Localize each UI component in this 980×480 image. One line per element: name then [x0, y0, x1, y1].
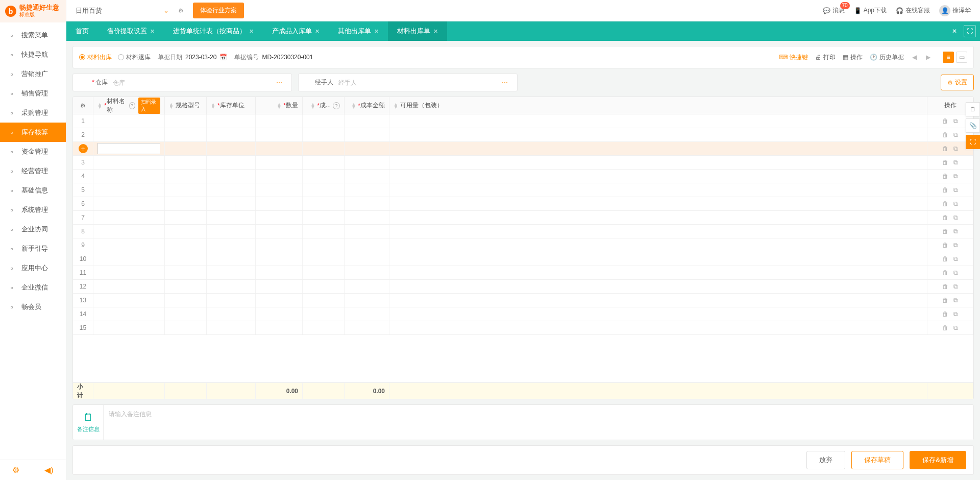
handler-input[interactable]: [338, 79, 500, 86]
warehouse-input[interactable]: [113, 79, 274, 86]
table-row[interactable]: 7🗑⧉: [73, 211, 973, 225]
table-row[interactable]: 14🗑⧉: [73, 307, 973, 321]
tab-5[interactable]: 材料出库单✕: [388, 21, 447, 41]
user-menu[interactable]: 👤 徐泽华: [939, 5, 971, 16]
operate-button[interactable]: ▦ 操作: [843, 53, 863, 62]
table-row[interactable]: 9🗑⧉: [73, 238, 973, 252]
tab-close-button[interactable]: ✕: [948, 25, 961, 37]
sidebar-item-14[interactable]: ▫畅会员: [0, 297, 66, 317]
sidebar-item-12[interactable]: ▫应用中心: [0, 258, 66, 278]
table-row[interactable]: 1🗑⧉: [73, 114, 973, 128]
delete-icon[interactable]: 🗑: [942, 173, 948, 180]
tab-2[interactable]: 进货单统计表（按商品）✕: [164, 21, 263, 41]
table-row[interactable]: 2🗑⧉: [73, 128, 973, 142]
copy-icon[interactable]: ⧉: [953, 228, 958, 235]
tab-4[interactable]: 其他出库单✕: [329, 21, 388, 41]
col-spec[interactable]: ▲▼规格型号: [165, 97, 207, 114]
help-icon[interactable]: ?: [333, 102, 340, 109]
col-available[interactable]: ▲▼可用量（包装）: [389, 97, 927, 114]
copy-icon[interactable]: ⧉: [953, 173, 958, 180]
category-dropdown[interactable]: 日用百货 ⌄: [76, 6, 169, 15]
table-row[interactable]: 8🗑⧉: [73, 225, 973, 238]
table-row[interactable]: 5🗑⧉: [73, 183, 973, 197]
sidebar-item-10[interactable]: ▫企业协同: [0, 220, 66, 239]
sidebar-item-4[interactable]: ▫采购管理: [0, 103, 66, 123]
prev-doc-button[interactable]: ◀: [911, 54, 918, 61]
close-icon[interactable]: ✕: [433, 28, 438, 35]
copy-icon[interactable]: ⧉: [953, 200, 958, 207]
tab-expand-button[interactable]: ⛶: [964, 25, 976, 37]
copy-icon[interactable]: ⧉: [953, 145, 958, 152]
tab-3[interactable]: 产成品入库单✕: [263, 21, 329, 41]
category-settings-icon[interactable]: ⚙: [174, 7, 188, 14]
copy-icon[interactable]: ⧉: [953, 255, 958, 262]
discard-button[interactable]: 放弃: [806, 451, 845, 469]
print-button[interactable]: 🖨 打印: [815, 53, 836, 62]
delete-icon[interactable]: 🗑: [942, 186, 948, 194]
handler-field[interactable]: 经手人 ⋯: [298, 74, 518, 91]
copy-icon[interactable]: ⧉: [953, 131, 958, 138]
delete-icon[interactable]: 🗑: [942, 200, 948, 207]
copy-icon[interactable]: ⧉: [953, 159, 958, 166]
copy-icon[interactable]: ⧉: [953, 117, 958, 125]
delete-icon[interactable]: 🗑: [942, 297, 948, 304]
copy-icon[interactable]: ⧉: [953, 297, 958, 304]
table-row[interactable]: +🗑⧉: [73, 142, 973, 156]
collapse-icon[interactable]: ◀): [44, 465, 53, 475]
dock-expand-button[interactable]: ⛶: [966, 135, 980, 149]
table-row[interactable]: 12🗑⧉: [73, 280, 973, 294]
col-cost[interactable]: ▲▼*成... ?: [303, 97, 345, 114]
sidebar-item-3[interactable]: ▫销售管理: [0, 84, 66, 103]
material-name-input[interactable]: [97, 143, 160, 154]
sidebar-item-8[interactable]: ▫基础信息: [0, 181, 66, 200]
save-new-button[interactable]: 保存&新增: [910, 451, 966, 469]
tab-0[interactable]: 首页: [66, 21, 98, 41]
sidebar-item-7[interactable]: ▫经营管理: [0, 161, 66, 181]
delete-icon[interactable]: 🗑: [942, 255, 948, 262]
delete-icon[interactable]: 🗑: [942, 283, 948, 290]
table-row[interactable]: 4🗑⧉: [73, 170, 973, 183]
delete-icon[interactable]: 🗑: [942, 242, 948, 249]
tab-1[interactable]: 售价提取设置✕: [98, 21, 164, 41]
col-unit[interactable]: ▲▼*库存单位: [207, 97, 256, 114]
save-draft-button[interactable]: 保存草稿: [851, 451, 903, 469]
delete-icon[interactable]: 🗑: [942, 145, 948, 152]
dock-notes-button[interactable]: 🗒: [966, 102, 980, 116]
close-icon[interactable]: ✕: [249, 28, 254, 35]
support-button[interactable]: 🎧 在线客服: [896, 6, 930, 15]
col-qty[interactable]: ▲▼*数量: [256, 97, 303, 114]
delete-icon[interactable]: 🗑: [942, 159, 948, 166]
cta-button[interactable]: 体验行业方案: [193, 3, 244, 18]
delete-icon[interactable]: 🗑: [942, 269, 948, 276]
sidebar-item-9[interactable]: ▫系统管理: [0, 200, 66, 220]
warehouse-field[interactable]: *仓库 ⋯: [72, 74, 292, 91]
help-icon[interactable]: ?: [129, 102, 135, 109]
radio-material-out[interactable]: 材料出库: [79, 53, 112, 62]
copy-icon[interactable]: ⧉: [953, 242, 958, 249]
sidebar-item-1[interactable]: ▫快捷导航: [0, 45, 66, 64]
copy-icon[interactable]: ⧉: [953, 186, 958, 194]
doc-date-field[interactable]: 单据日期 2023-03-20 📅: [158, 53, 227, 62]
add-row-button[interactable]: +: [79, 144, 88, 153]
dock-attach-button[interactable]: 📎: [966, 118, 980, 133]
next-doc-button[interactable]: ▶: [925, 54, 932, 61]
scan-tag[interactable]: 扫码录入: [138, 98, 160, 114]
delete-icon[interactable]: 🗑: [942, 131, 948, 138]
close-icon[interactable]: ✕: [150, 28, 155, 35]
table-row[interactable]: 3🗑⧉: [73, 156, 973, 170]
radio-material-return[interactable]: 材料退库: [118, 53, 151, 62]
copy-icon[interactable]: ⧉: [953, 283, 958, 290]
col-settings[interactable]: ⚙: [73, 97, 93, 114]
delete-icon[interactable]: 🗑: [942, 310, 948, 318]
settings-icon[interactable]: ⚙: [12, 465, 19, 475]
messages-button[interactable]: 💬 消息 70: [823, 6, 845, 15]
view-list-button[interactable]: ≡: [943, 52, 954, 63]
sidebar-item-0[interactable]: ▫搜索菜单: [0, 26, 66, 45]
app-download-button[interactable]: 📱 App下载: [854, 6, 887, 15]
close-icon[interactable]: ✕: [315, 28, 320, 35]
copy-icon[interactable]: ⧉: [953, 324, 958, 331]
settings-button[interactable]: ⚙ 设置: [941, 75, 974, 90]
table-row[interactable]: 11🗑⧉: [73, 266, 973, 280]
copy-icon[interactable]: ⧉: [953, 269, 958, 276]
shortcut-button[interactable]: ⌨ 快捷键: [779, 53, 808, 62]
